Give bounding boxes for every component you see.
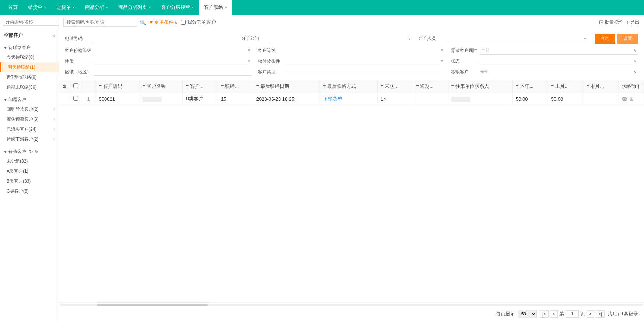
sidebar-search-input[interactable] xyxy=(3,18,59,26)
select-all-checkbox[interactable] xyxy=(73,83,78,88)
td-contacts: 15 xyxy=(218,93,253,105)
chevron-down-icon-6: ∨ xyxy=(441,59,444,63)
action-grid-icon[interactable]: ⊞ xyxy=(630,96,634,102)
filter-more-button[interactable]: ▼ 更多条件 ∧ xyxy=(149,19,178,25)
th-not-contacted[interactable]: ≡ 未联... xyxy=(378,80,413,93)
th-checkbox[interactable] xyxy=(70,80,81,93)
filter-label-customer-level: 客户等级 xyxy=(258,48,284,54)
sidebar-item-ungrouped[interactable]: 未分组(32) xyxy=(0,156,59,166)
nav-sales[interactable]: 销货单 × xyxy=(23,0,51,15)
nav-close-sales[interactable]: × xyxy=(44,5,46,10)
sidebar-item-tomorrow[interactable]: 明天待联络(1) xyxy=(0,62,59,72)
batch-button[interactable]: ☑ 批量操作 xyxy=(599,19,624,25)
nav-close-customer-tier[interactable]: × xyxy=(192,5,194,10)
sidebar-item-declining[interactable]: 持续下滑客户(2) ? xyxy=(0,134,59,144)
filter-input-phone[interactable] xyxy=(93,35,235,42)
page-prev-button[interactable]: < xyxy=(550,310,558,318)
filter-select-retail-attr[interactable]: 全部 ∨ xyxy=(480,46,638,55)
th-code[interactable]: ≡ 客户编码 xyxy=(96,80,139,93)
nav-purchase[interactable]: 进货单 × xyxy=(51,0,80,15)
nav-product-analysis-list[interactable]: 商品分析列表 × xyxy=(113,0,156,15)
sidebar-section-value: 价值客户 ↻ ✎ 未分组(32) A类客户(1) B类客户(33) C类客户(6… xyxy=(0,146,59,198)
refresh-icon[interactable]: ↻ xyxy=(29,149,33,155)
th-settings[interactable]: ⚙ xyxy=(59,80,70,93)
nav-customer-tier[interactable]: 客户分层经营 × xyxy=(156,0,199,15)
nav-product-analysis[interactable]: 商品分析 × xyxy=(80,0,113,15)
filter-select-status[interactable]: ∨ xyxy=(479,58,638,65)
th-last-date[interactable]: ≡ 最后联络日期 xyxy=(253,80,320,93)
search-button[interactable]: 🔍 xyxy=(140,20,146,25)
action-call-icon[interactable]: ☎ xyxy=(622,96,627,102)
scrollbar-thumb[interactable] xyxy=(97,304,208,306)
last-way-link[interactable]: 下销货单 xyxy=(323,96,342,101)
filter-select-nature[interactable]: ∨ xyxy=(93,58,252,65)
setting-button[interactable]: 设置 xyxy=(617,34,638,44)
th-overdue[interactable]: ≡ 逾期... xyxy=(413,80,448,93)
th-last-month[interactable]: ≡ 上月... xyxy=(548,80,583,93)
filter-select-dept[interactable]: ∨ xyxy=(269,35,412,42)
filter-retail-customer: 零散客户 全部 ∨ xyxy=(451,68,638,76)
th-last-way[interactable]: ≡ 最后联络方式 xyxy=(320,80,378,93)
nav-close-customer-contact[interactable]: × xyxy=(225,5,227,10)
help-icon-churned: ? xyxy=(53,127,55,132)
filter-select-payment[interactable]: ∨ xyxy=(286,58,445,65)
chevron-down-icon: ∨ xyxy=(408,36,411,41)
sidebar-item-overdue[interactable]: 逾期未联络(30) xyxy=(0,82,59,92)
sidebar-item-churn-warning[interactable]: 流失预警客户(3) ? xyxy=(0,114,59,124)
nav-close-product-analysis[interactable]: × xyxy=(106,5,108,10)
filter-select-price-level[interactable]: ∨ xyxy=(94,47,252,54)
sidebar-item-today[interactable]: 今天待联络(0) xyxy=(0,52,59,62)
page-input[interactable] xyxy=(566,310,579,318)
scrollbar-container xyxy=(59,302,644,307)
row-checkbox[interactable] xyxy=(73,96,78,101)
td-checkbox[interactable] xyxy=(70,93,81,105)
masked-name: ▓▓▓▓▓▓ xyxy=(142,97,162,102)
sidebar-item-class-b[interactable]: B类客户(33) xyxy=(0,176,59,186)
th-this-year[interactable]: ≡ 本年... xyxy=(512,80,548,93)
th-name[interactable]: ≡ 客户名称 xyxy=(139,80,183,93)
filter-select-customer-level[interactable]: ∨ xyxy=(286,47,445,54)
filter-select-manager[interactable]: ··· xyxy=(446,35,589,42)
table-row: 1 000021 ▓▓▓▓▓▓ B类客户 15 2023-05-23 18:25… xyxy=(59,93,644,105)
my-customers-checkbox-label[interactable]: 我分管的客户 xyxy=(181,19,216,25)
th-type[interactable]: ≡ 客户... xyxy=(183,80,218,93)
query-button[interactable]: 查询 xyxy=(595,34,615,44)
filter-select-region[interactable]: ··· xyxy=(94,69,252,76)
filter-label-customer-type: 客户类型 xyxy=(258,69,284,75)
nav-close-product-analysis-list[interactable]: × xyxy=(148,5,151,10)
search-input[interactable] xyxy=(63,18,137,27)
sidebar-section-title-pending: 待联络客户 xyxy=(0,43,59,52)
nav-customer-contact[interactable]: 客户联络 × xyxy=(199,0,232,15)
filter-select-retail-customer[interactable]: 全部 ∨ xyxy=(479,68,638,76)
sidebar-item-repurchase[interactable]: 回购异常客户(2) ? xyxy=(0,104,59,114)
per-page-select[interactable]: 50 100 xyxy=(518,310,537,318)
help-icon-repurchase: ? xyxy=(53,107,55,112)
filter-select-customer-type[interactable] xyxy=(286,71,445,73)
sidebar-item-class-a[interactable]: A类客户(1) xyxy=(0,166,59,176)
sidebar-item-7days[interactable]: 近7天待联络(0) xyxy=(0,72,59,82)
th-contacts[interactable]: ≡ 联络... xyxy=(218,80,253,93)
nav-home[interactable]: 首页 xyxy=(3,0,23,15)
th-this-month[interactable]: ≡ 本月... xyxy=(583,80,619,93)
filter-customer-type: 客户类型 xyxy=(258,69,445,75)
td-overdue xyxy=(413,93,448,105)
sidebar-section-pending: 待联络客户 今天待联络(0) 明天待联络(1) 近7天待联络(0) 逾期未联络(… xyxy=(0,42,59,94)
my-customers-checkbox[interactable] xyxy=(181,20,186,25)
top-navigation: 首页 销货单 × 进货单 × 商品分析 × 商品分析列表 × 客户分层经营 × … xyxy=(0,0,644,15)
td-code: 000021 xyxy=(96,93,139,105)
page-first-button[interactable]: |< xyxy=(540,310,549,318)
page-last-button[interactable]: >| xyxy=(596,310,605,318)
nav-close-purchase[interactable]: × xyxy=(72,5,74,10)
td-last-way[interactable]: 下销货单 xyxy=(320,93,378,105)
filter-label: 更多条件 xyxy=(154,19,174,25)
sidebar-collapse-icon: « xyxy=(52,33,55,38)
th-unit-contact[interactable]: ≡ 往来单位联系人 xyxy=(448,80,512,93)
sidebar-all-customers[interactable]: 全部客户 « xyxy=(0,29,59,42)
sidebar-item-churned[interactable]: 已流失客户(24) ? xyxy=(0,124,59,134)
sidebar-item-class-c[interactable]: C类客户(6) xyxy=(0,186,59,196)
filter-manager: 分管人员 ··· xyxy=(418,35,589,42)
page-next-button[interactable]: > xyxy=(587,310,594,318)
filter-label-retail-attr: 零散客户属性 xyxy=(451,48,477,54)
edit-icon[interactable]: ✎ xyxy=(35,149,39,155)
export-button[interactable]: ↑ 导出 xyxy=(627,19,640,25)
